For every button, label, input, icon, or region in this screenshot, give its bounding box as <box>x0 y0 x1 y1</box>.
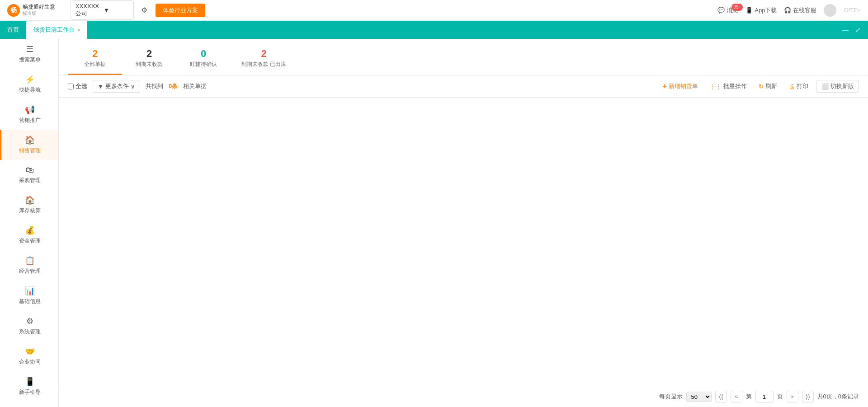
close-tab-icon[interactable]: × <box>77 27 80 33</box>
content-area: 2 全部单据 2 到期未收款 0 旺辅待确认 2 到期未收款 已出库 全选 <box>59 39 868 407</box>
base-info-icon: 📊 <box>25 286 35 296</box>
toolbar-right: + 新增销货单 ⋮⋮ 批量操作 ↻ 刷新 🖨 打印 ⬜ 切换新版 <box>659 80 859 93</box>
sidebar-item-label: 系统管理 <box>19 328 41 336</box>
finance-icon: 💰 <box>25 225 35 235</box>
total-records: 共0页，0条记录 <box>817 393 859 401</box>
batch-icon: ⋮⋮ <box>710 83 722 90</box>
sidebar-item-finance[interactable]: 💰 资金管理 <box>0 220 58 250</box>
maximize-button[interactable]: ⤢ <box>852 23 864 36</box>
sidebar-item-label: 搜索菜单 <box>19 56 41 64</box>
stat-num-pending: 0 <box>201 48 206 60</box>
stat-tab-unshipped[interactable]: 2 到期未收款 已出库 <box>231 44 297 75</box>
minimize-button[interactable]: — <box>839 23 852 36</box>
prev-page-button[interactable]: ＜ <box>731 391 742 402</box>
stat-num-overdue: 2 <box>146 48 152 60</box>
found-prefix: 共找到 <box>146 82 163 90</box>
trial-button[interactable]: 体验行业方案 <box>156 4 205 17</box>
sidebar-item-label: 基础信息 <box>19 298 41 305</box>
page-number-input[interactable] <box>755 391 774 402</box>
nav-actions: — ⤢ <box>839 23 864 36</box>
top-right: 💬 消息 99+ 📱 App下载 🎧 在线客服 OfTEn <box>717 4 861 17</box>
sidebar-item-quick-nav[interactable]: ⚡ 快捷导航 <box>0 69 58 99</box>
print-label: 打印 <box>797 82 808 90</box>
sidebar-item-label: 快捷导航 <box>19 86 41 94</box>
sidebar-item-label: 销售管理 <box>19 147 41 154</box>
chevron-filter-icon: ∨ <box>131 83 135 90</box>
add-sale-button[interactable]: + 新增销货单 <box>659 80 702 92</box>
first-page-button[interactable]: ⟨⟨ <box>715 391 727 402</box>
guide-icon: 📱 <box>25 377 35 387</box>
sidebar-item-search-menu[interactable]: ☰ 搜索菜单 <box>0 39 58 69</box>
tab-workbench[interactable]: 钱货日清工作台 × <box>26 21 87 39</box>
stat-num-all: 2 <box>92 48 98 60</box>
sidebar-item-marketing[interactable]: 📢 营销推广 <box>0 99 58 130</box>
last-page-button[interactable]: ⟩⟩ <box>802 391 814 402</box>
app-download-label: App下载 <box>755 6 777 14</box>
cooperation-icon: 🤝 <box>25 346 35 356</box>
app-download-button[interactable]: 📱 App下载 <box>745 6 777 14</box>
print-button[interactable]: 🖨 打印 <box>785 80 812 92</box>
sales-icon: 🏠 <box>25 135 35 145</box>
online-service-button[interactable]: 🎧 在线客服 <box>784 6 816 14</box>
stat-label-unshipped: 到期未收款 已出库 <box>241 61 286 68</box>
sidebar-item-app-center[interactable]: 📦 应用中心 <box>0 402 58 407</box>
nav-tabs: 首页 钱货日清工作台 × — ⤢ <box>0 21 868 39</box>
sidebar-item-system[interactable]: ⚙ 系统管理 <box>0 311 58 341</box>
sidebar-item-label: 库存核算 <box>19 207 41 215</box>
per-page-label: 每页显示 <box>659 393 683 401</box>
select-all-checkbox[interactable]: 全选 <box>68 82 87 90</box>
sidebar-item-label: 营销推广 <box>19 117 41 124</box>
sidebar-item-label: 采购管理 <box>19 177 41 184</box>
print-icon: 🖨 <box>789 83 795 90</box>
sidebar-item-label: 经营管理 <box>19 267 41 275</box>
company-selector[interactable]: XXXXXX公司 ▼ <box>71 0 134 20</box>
chevron-down-icon: ▼ <box>104 7 129 14</box>
sidebar-item-base-info[interactable]: 📊 基础信息 <box>0 281 58 311</box>
quick-nav-icon: ⚡ <box>25 75 35 84</box>
avatar[interactable] <box>824 4 836 17</box>
switch-version-button[interactable]: ⬜ 切换新版 <box>816 80 859 93</box>
pagination: 每页显示 50 10 20 100 ⟨⟨ ＜ 第 页 ＞ ⟩⟩ 共0页，0条记录 <box>59 386 868 407</box>
settings-button[interactable]: ⚙ <box>137 4 151 17</box>
batch-operation-button[interactable]: ⋮⋮ 批量操作 <box>706 80 750 92</box>
sidebar-item-guide[interactable]: 📱 新手引导 <box>0 371 58 402</box>
company-name: XXXXXX公司 <box>75 3 101 18</box>
system-icon: ⚙ <box>26 316 33 326</box>
switch-icon: ⬜ <box>821 83 829 90</box>
sidebar-item-cooperation[interactable]: 🤝 企业协同 <box>0 341 58 371</box>
tab-home[interactable]: 首页 <box>0 21 26 39</box>
sidebar: ☰ 搜索菜单 ⚡ 快捷导航 📢 营销推广 🏠 销售管理 🛍 采购管理 🏠 库存核… <box>0 39 59 407</box>
found-suffix: 相关单据 <box>183 82 207 90</box>
inventory-icon: 🏠 <box>25 195 35 205</box>
message-button[interactable]: 💬 消息 99+ <box>717 6 738 14</box>
sidebar-item-sales[interactable]: 🏠 销售管理 <box>0 130 58 160</box>
sidebar-item-purchase[interactable]: 🛍 采购管理 <box>0 160 58 190</box>
add-btn-label: 新增销货单 <box>669 82 698 90</box>
sidebar-item-label: 新手引导 <box>19 388 41 396</box>
sidebar-item-operations[interactable]: 📋 经营管理 <box>0 250 58 281</box>
stat-tab-all[interactable]: 2 全部单据 <box>68 44 122 75</box>
per-page-select[interactable]: 50 10 20 100 <box>686 392 712 402</box>
sidebar-item-inventory[interactable]: 🏠 库存核算 <box>0 190 58 220</box>
operations-icon: 📋 <box>25 256 35 266</box>
switch-label: 切换新版 <box>830 82 854 90</box>
found-count: 0条 <box>169 82 178 90</box>
page-suffix: 页 <box>777 393 783 401</box>
sidebar-item-label: 资金管理 <box>19 237 41 245</box>
logo-area: 畅 畅捷通好生意 标准版 <box>7 4 66 17</box>
stat-tab-overdue[interactable]: 2 到期未收款 <box>122 44 176 75</box>
stats-tabs: 2 全部单据 2 到期未收款 0 旺辅待确认 2 到期未收款 已出库 <box>59 39 868 75</box>
stat-label-pending: 旺辅待确认 <box>190 61 217 68</box>
plus-icon: + <box>663 82 667 90</box>
stat-num-unshipped: 2 <box>261 48 267 60</box>
stat-tab-pending[interactable]: 0 旺辅待确认 <box>176 44 231 75</box>
refresh-button[interactable]: ↻ 刷新 <box>755 80 781 92</box>
refresh-label: 刷新 <box>765 82 777 90</box>
stat-label-overdue: 到期未收款 <box>136 61 163 68</box>
select-all-input[interactable] <box>68 84 74 89</box>
message-icon: 💬 <box>717 7 725 14</box>
username: OfTEn <box>844 7 861 14</box>
next-page-button[interactable]: ＞ <box>787 391 798 402</box>
download-icon: 📱 <box>745 7 753 14</box>
more-filters-button[interactable]: ▼ 更多条件 ∨ <box>93 80 140 93</box>
